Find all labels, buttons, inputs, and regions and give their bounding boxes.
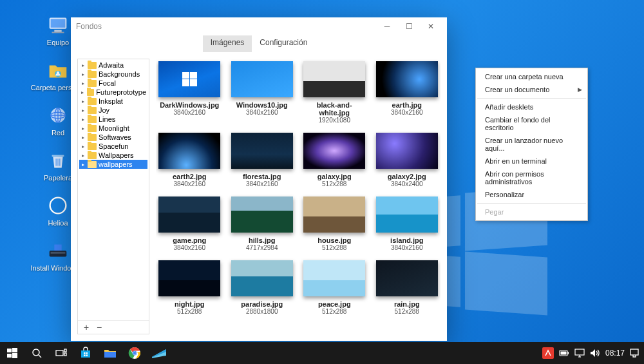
thumbnail[interactable]: peace.jpg512x288 bbox=[302, 260, 367, 315]
file-explorer-icon[interactable] bbox=[98, 342, 122, 364]
sidebar-item-wallpapers[interactable]: ▸Wallpapers bbox=[79, 151, 147, 160]
search-button[interactable] bbox=[24, 342, 49, 364]
svg-rect-23 bbox=[81, 350, 90, 358]
context-menu-item[interactable]: Personalizar bbox=[476, 188, 587, 201]
sidebar-item-label: Softwaves bbox=[99, 133, 131, 141]
svg-rect-16 bbox=[7, 354, 12, 358]
thumbnail[interactable]: island.jpg3840x2160 bbox=[375, 196, 440, 251]
thumbnail[interactable]: house.jpg512x288 bbox=[302, 196, 367, 251]
thumbnail-filename: paradise.jpg bbox=[230, 300, 295, 308]
battery-icon[interactable] bbox=[559, 349, 569, 357]
thumbnail-image bbox=[158, 133, 220, 169]
sidebar-item-adwaita[interactable]: ▸Adwaita bbox=[79, 61, 147, 70]
sidebar-item-joy[interactable]: ▸Joy bbox=[79, 106, 147, 115]
thumbnail[interactable]: rain.jpg512x288 bbox=[375, 260, 440, 315]
folder-icon bbox=[46, 58, 70, 82]
close-button[interactable]: ✕ bbox=[420, 17, 442, 35]
sidebar-item-lines[interactable]: ▸Lines bbox=[79, 115, 147, 124]
thumbnail-filename: galaxy.jpg bbox=[302, 173, 367, 180]
thumbnail[interactable]: earth.jpg3840x2160 bbox=[375, 61, 440, 124]
sidebar-item-label: Joy bbox=[99, 106, 109, 114]
thumbnail[interactable]: DarkWindows.jpg3840x2160 bbox=[157, 61, 222, 124]
context-menu-item[interactable]: Crear un documento▶ bbox=[476, 83, 587, 96]
thumbnail[interactable]: night.jpg512x288 bbox=[157, 260, 222, 315]
sidebar-item-backgrounds[interactable]: ▸Backgrounds bbox=[79, 70, 147, 79]
thumbnail-image bbox=[158, 196, 220, 233]
context-menu-item[interactable]: Crear una carpeta nueva bbox=[476, 70, 587, 83]
thumbnail[interactable]: galaxy.jpg512x288 bbox=[302, 133, 367, 187]
thumbnail[interactable]: floresta.jpg3840x2160 bbox=[230, 133, 295, 187]
volume-icon[interactable] bbox=[590, 349, 600, 358]
taskbar-clock[interactable]: 08:17 bbox=[605, 349, 625, 358]
tab-config[interactable]: Configuración bbox=[252, 35, 315, 52]
thumbnail[interactable]: earth2.jpg3840x2160 bbox=[157, 133, 222, 187]
context-menu-item[interactable]: Añadir desklets bbox=[476, 101, 587, 113]
folder-icon bbox=[87, 89, 95, 96]
context-menu-label: Abrir en un terminal bbox=[485, 157, 547, 165]
thumbnail[interactable]: game.png3840x2160 bbox=[157, 196, 222, 251]
start-button[interactable] bbox=[0, 342, 24, 364]
thumbnail[interactable]: Windows10.jpg3840x2160 bbox=[230, 61, 295, 124]
sidebar-item-futureprototype[interactable]: ▸Futureprototype bbox=[79, 88, 147, 97]
thumbnail-image bbox=[376, 133, 438, 169]
sidebar-item-softwaves[interactable]: ▸Softwaves bbox=[79, 133, 147, 142]
svg-point-10 bbox=[50, 198, 66, 214]
installer-icon bbox=[46, 238, 70, 263]
app-icon[interactable] bbox=[147, 342, 171, 364]
thumbnail-dimensions: 512x288 bbox=[302, 180, 367, 187]
thumbnail[interactable]: black-and-white.jpg1920x1080 bbox=[302, 61, 367, 124]
context-menu-label: Añadir desklets bbox=[485, 103, 533, 111]
trash-icon bbox=[46, 148, 70, 173]
thumbnail[interactable]: hills.jpg4717x2984 bbox=[230, 196, 295, 251]
folder-icon bbox=[88, 152, 97, 159]
sidebar-item-inksplat[interactable]: ▸Inksplat bbox=[79, 97, 147, 106]
sidebar-item-label: Adwaita bbox=[99, 61, 124, 69]
sidebar-item-spacefun[interactable]: ▸Spacefun bbox=[79, 142, 147, 151]
context-menu-item[interactable]: Crear un lanzador nuevo aquí... bbox=[476, 134, 587, 155]
thumbnail-dimensions: 3840x2160 bbox=[375, 244, 440, 251]
minimize-button[interactable]: ─ bbox=[376, 17, 398, 35]
context-menu-item[interactable]: Cambiar el fondo del escritorio bbox=[476, 113, 587, 134]
task-view-button[interactable] bbox=[49, 342, 73, 364]
menu-separator bbox=[477, 98, 586, 99]
thumbnail-image bbox=[376, 61, 438, 97]
thumbnail[interactable]: galaxy2.jpg3840x2400 bbox=[375, 133, 440, 187]
sidebar-item-label: Inksplat bbox=[99, 97, 123, 105]
store-icon[interactable] bbox=[73, 342, 98, 364]
thumbnail-image bbox=[303, 260, 365, 296]
computer-icon bbox=[46, 13, 70, 37]
svg-point-32 bbox=[133, 352, 137, 355]
thumbnail-filename: black-and-white.jpg bbox=[302, 101, 367, 117]
sidebar-item-moonlight[interactable]: ▸Moonlight bbox=[79, 124, 147, 133]
tab-images[interactable]: Imágenes bbox=[203, 35, 252, 52]
sidebar-item-focal[interactable]: ▸Focal bbox=[79, 79, 147, 88]
sidebar-remove-button[interactable]: − bbox=[93, 322, 105, 332]
sidebar-item-label: Focal bbox=[99, 79, 116, 87]
thumbnail-dimensions: 3840x2160 bbox=[157, 109, 222, 116]
svg-rect-17 bbox=[12, 353, 17, 358]
context-menu-item[interactable]: Abrir en un terminal bbox=[476, 155, 587, 168]
thumbnail-dimensions: 512x288 bbox=[157, 308, 222, 315]
thumbnail-filename: earth2.jpg bbox=[157, 173, 222, 180]
expand-icon: ▸ bbox=[80, 144, 86, 149]
thumbnail[interactable]: paradise.jpg2880x1800 bbox=[230, 260, 295, 315]
context-menu-label: Crear un documento bbox=[485, 86, 549, 93]
svg-rect-15 bbox=[12, 348, 17, 352]
svg-rect-35 bbox=[542, 347, 554, 359]
context-menu-item[interactable]: Abrir con permisos administrativos bbox=[476, 168, 587, 188]
display-icon[interactable] bbox=[574, 349, 585, 358]
sidebar-item-wallpapers[interactable]: ▸wallpapers bbox=[79, 160, 147, 169]
notifications-icon[interactable] bbox=[630, 349, 639, 358]
thumbnail-dimensions: 2880x1800 bbox=[230, 308, 295, 315]
chrome-icon[interactable] bbox=[122, 342, 147, 364]
titlebar[interactable]: Fondos ─ ☐ ✕ bbox=[71, 17, 447, 35]
gallery[interactable]: DarkWindows.jpg3840x2160Windows10.jpg384… bbox=[156, 59, 440, 334]
thumbnail-filename: house.jpg bbox=[302, 236, 367, 244]
thumbnail-dimensions: 3840x2160 bbox=[375, 109, 440, 116]
tray-accent-icon[interactable] bbox=[542, 347, 554, 359]
svg-rect-27 bbox=[86, 355, 88, 357]
thumbnail-image bbox=[231, 133, 293, 169]
sidebar-add-button[interactable]: + bbox=[80, 322, 92, 332]
maximize-button[interactable]: ☐ bbox=[398, 17, 420, 35]
thumbnail-image bbox=[231, 260, 293, 296]
